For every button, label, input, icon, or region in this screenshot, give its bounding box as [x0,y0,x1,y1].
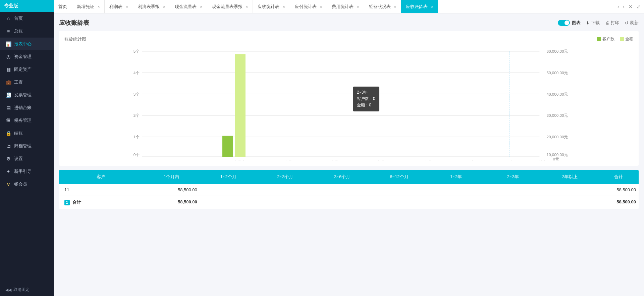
gear-icon: ⚙ [5,156,11,161]
sidebar-item-vip[interactable]: V 畅会员 [0,178,54,191]
print-button[interactable]: 🖨 打印 [605,20,620,26]
tab-profit[interactable]: 利润表 × [105,0,133,13]
total-y2-3 [485,196,542,209]
svg-text:3年以上: 3年以上 [532,160,547,161]
chart-container: 账龄统计图 客户数 金额 5个 4个 3个 2个 1个 [59,31,639,166]
svg-text:3~6个月: 3~6个月 [370,160,385,161]
svg-text:20,000.00元: 20,000.00元 [547,135,568,139]
close-icon[interactable]: × [283,5,285,9]
tab-maximize-btn[interactable]: ⤢ [635,3,642,10]
toggle-track[interactable] [558,20,570,26]
cell-m3-6 [314,184,371,196]
reports-icon: 📊 [5,41,11,47]
chart-toggle[interactable]: 图表 [558,20,581,26]
total-m1-2 [200,196,257,209]
sidebar-item-guide[interactable]: ✦ 新手引导 [0,165,54,178]
tab-cashflow-quarterly[interactable]: 现金流量表季报 × [207,0,253,13]
vip-icon: V [5,182,11,187]
sidebar-item-label: 税务管理 [14,117,32,124]
tab-new-voucher[interactable]: 新增凭证 × [72,0,105,13]
close-icon[interactable]: × [246,5,248,9]
tab-close-all-btn[interactable]: ✕ [627,3,634,10]
tab-label: 首页 [58,4,67,10]
col-m1: 1个月内 [143,170,200,184]
tab-ar-aging[interactable]: 应收账龄表 × [401,0,438,13]
tab-next-btn[interactable]: › [622,3,626,10]
total-label: 合计 [72,200,81,205]
legend-amount: 金额 [620,36,633,42]
sidebar-item-ledger[interactable]: ≡ 总账 [0,25,54,38]
close-icon[interactable]: × [163,5,165,9]
cell-customer: 11 [59,184,143,196]
svg-text:60,000.00元: 60,000.00元 [547,49,568,53]
svg-text:2个: 2个 [133,113,140,117]
tab-bar: 首页 新增凭证 × 利润表 × 利润表季报 × 现金流量表 × 现金流量表季报 … [54,0,644,13]
col-m6-12: 6~12个月 [371,170,428,184]
sidebar-item-reports[interactable]: 📊 报表中心 [0,38,54,50]
tab-label: 利润表 [109,4,122,10]
tax-icon: 🏛 [5,118,11,123]
tab-ar-stats[interactable]: 应收统计表 × [253,0,290,13]
sidebar-item-assets[interactable]: ▦ 固定资产 [0,63,54,76]
tab-profit-quarterly[interactable]: 利润表季报 × [133,0,170,13]
refresh-button[interactable]: ↺ 刷新 [625,20,639,26]
sidebar-item-closing[interactable]: 🔒 结账 [0,127,54,140]
tab-expense-stats[interactable]: 费用统计表 × [327,0,364,13]
tab-business-status[interactable]: 经营状况表 × [364,0,401,13]
ledger-icon: ≡ [5,29,11,34]
download-button[interactable]: ⬇ 下载 [586,20,600,26]
svg-text:0个: 0个 [133,152,140,157]
svg-text:30,000.00元: 30,000.00元 [547,113,568,117]
sidebar-item-payroll[interactable]: 💼 工资 [0,76,54,89]
invoice-icon: 🧾 [5,92,11,98]
sidebar-item-label: 新手引导 [14,168,32,175]
sidebar-collapse-btn[interactable]: ◀◀ 取消固定 [0,284,54,296]
col-y3plus: 3年以上 [541,170,598,184]
sidebar-item-label: 工资 [14,79,23,85]
total-m3-6 [314,196,371,209]
total-label-cell: Σ 合计 [59,196,143,209]
closing-icon: 🔒 [5,131,11,136]
chart-svg: 5个 4个 3个 2个 1个 0个 60,000.00元 50,000.00元 … [64,46,633,160]
sidebar-item-label: 报表中心 [14,41,32,47]
col-y2-3: 2~3年 [485,170,542,184]
sidebar-item-inventory[interactable]: ▤ 进销台账 [0,101,54,114]
tab-ap-stats[interactable]: 应付统计表 × [290,0,327,13]
svg-text:1个: 1个 [133,135,140,139]
close-icon[interactable]: × [98,5,100,9]
sidebar-item-archive[interactable]: 🗂 归档管理 [0,140,54,152]
sidebar-item-settings[interactable]: ⚙ 设置 [0,152,54,165]
col-customer: 客户 [59,170,143,184]
sidebar-item-funds[interactable]: ◎ 资金管理 [0,50,54,63]
svg-text:6~12个月: 6~12个月 [415,160,432,161]
close-icon[interactable]: × [126,5,128,9]
sidebar-item-label: 归档管理 [14,143,32,149]
tab-prev-btn[interactable]: ‹ [616,3,621,10]
col-m2-3: 2~3个月 [257,170,314,184]
close-icon[interactable]: × [200,5,202,9]
col-m3-6: 3~6个月 [314,170,371,184]
sidebar-logo: 专业版 [0,0,54,12]
sidebar-item-label: 结账 [14,130,23,136]
svg-text:0元: 0元 [553,157,559,160]
close-icon[interactable]: × [394,5,396,9]
svg-text:4个: 4个 [133,70,140,75]
total-m1: 58,500.00 [143,196,200,209]
funds-icon: ◎ [5,54,11,59]
tab-cashflow[interactable]: 现金流量表 × [170,0,207,13]
tab-nav-buttons: ‹ › ✕ ⤢ [614,3,644,10]
sidebar-item-invoice[interactable]: 🧾 发票管理 [0,89,54,101]
close-icon[interactable]: × [431,5,433,9]
close-icon[interactable]: × [320,5,322,9]
tab-label: 新增凭证 [77,4,94,10]
payroll-icon: 💼 [5,80,11,85]
print-icon: 🖨 [605,20,609,26]
chart-svg-wrapper: 5个 4个 3个 2个 1个 0个 60,000.00元 50,000.00元 … [64,46,633,160]
tab-home[interactable]: 首页 [54,0,72,13]
svg-text:1个月内: 1个月内 [231,160,246,161]
sidebar-item-home[interactable]: ⌂ 首页 [0,12,54,25]
tab-bar-inner: 首页 新增凭证 × 利润表 × 利润表季报 × 现金流量表 × 现金流量表季报 … [54,0,614,13]
sidebar-item-label: 发票管理 [14,92,32,98]
sidebar-item-tax[interactable]: 🏛 税务管理 [0,114,54,127]
close-icon[interactable]: × [357,5,359,9]
